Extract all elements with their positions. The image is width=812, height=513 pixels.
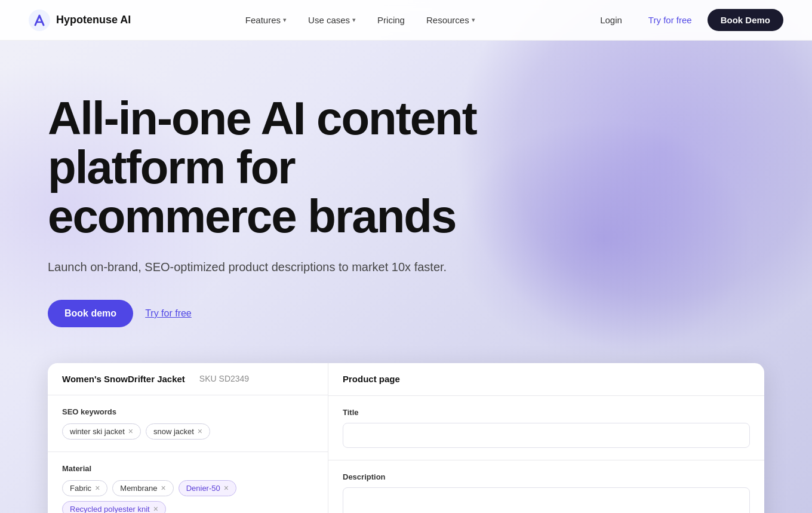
- remove-tag-icon[interactable]: ×: [153, 505, 158, 513]
- product-sku: SKU SD2349: [199, 374, 249, 383]
- material-section: Material Fabric × Membrane × Denier-50 ×: [48, 452, 328, 513]
- remove-tag-icon[interactable]: ×: [161, 484, 165, 492]
- product-header: Women's SnowDrifter Jacket SKU SD2349: [48, 363, 328, 395]
- chevron-down-icon: ▾: [472, 16, 475, 24]
- remove-tag-icon[interactable]: ×: [224, 484, 229, 492]
- try-free-hero-button[interactable]: Try for free: [145, 308, 192, 319]
- product-name: Women's SnowDrifter Jacket: [62, 374, 185, 384]
- tag-membrane: Membrane ×: [112, 480, 173, 496]
- product-ui-card: Women's SnowDrifter Jacket SKU SD2349 SE…: [48, 363, 764, 513]
- seo-keywords-label: SEO keywords: [62, 407, 313, 416]
- right-panel: Product page Title Description: [328, 363, 764, 513]
- material-tags: Fabric × Membrane × Denier-50 × Recycl: [62, 480, 313, 513]
- product-ui-wrapper: Women's SnowDrifter Jacket SKU SD2349 SE…: [48, 363, 764, 513]
- remove-tag-icon[interactable]: ×: [198, 427, 202, 435]
- title-label: Title: [343, 408, 750, 417]
- hero-subheading: Launch on-brand, SEO-optimized product d…: [48, 258, 490, 276]
- tag-winter-ski-jacket: winter ski jacket ×: [62, 423, 141, 440]
- hero-heading: All-in-one AI content platform for ecomm…: [48, 94, 490, 241]
- tag-denier-50: Denier-50 ×: [179, 480, 236, 496]
- login-button[interactable]: Login: [589, 10, 633, 30]
- chevron-down-icon: ▾: [352, 16, 356, 24]
- nav-pricing[interactable]: Pricing: [369, 10, 413, 30]
- hero-content: All-in-one AI content platform for ecomm…: [0, 41, 537, 327]
- right-panel-header: Product page: [328, 363, 764, 396]
- try-free-button[interactable]: Try for free: [638, 10, 703, 30]
- chevron-down-icon: ▾: [283, 16, 287, 24]
- navbar: Hypotenuse AI Features ▾ Use cases ▾ Pri…: [0, 0, 812, 41]
- product-page-label: Product page: [343, 374, 400, 384]
- nav-links: Features ▾ Use cases ▾ Pricing Resources…: [237, 10, 484, 30]
- description-label: Description: [343, 472, 750, 481]
- title-field-section: Title: [328, 396, 764, 460]
- svg-point-0: [29, 10, 50, 31]
- nav-use-cases[interactable]: Use cases ▾: [300, 10, 364, 30]
- book-demo-nav-button[interactable]: Book Demo: [708, 9, 783, 31]
- material-label: Material: [62, 464, 313, 473]
- logo-text: Hypotenuse AI: [56, 14, 131, 26]
- logo-icon: [29, 10, 50, 31]
- description-field-section: Description: [328, 460, 764, 513]
- seo-keywords-section: SEO keywords winter ski jacket × snow ja…: [48, 395, 328, 452]
- remove-tag-icon[interactable]: ×: [128, 427, 133, 435]
- nav-features[interactable]: Features ▾: [237, 10, 295, 30]
- logo-link[interactable]: Hypotenuse AI: [29, 10, 131, 31]
- remove-tag-icon[interactable]: ×: [95, 484, 100, 492]
- tag-snow-jacket: snow jacket ×: [146, 423, 210, 440]
- keywords-tags: winter ski jacket × snow jacket ×: [62, 423, 313, 440]
- description-input[interactable]: [343, 487, 750, 513]
- book-demo-hero-button[interactable]: Book demo: [48, 300, 133, 327]
- hero-cta: Book demo Try for free: [48, 300, 490, 327]
- tag-fabric: Fabric ×: [62, 480, 107, 496]
- hero-section: All-in-one AI content platform for ecomm…: [0, 0, 812, 513]
- nav-resources[interactable]: Resources ▾: [418, 10, 484, 30]
- left-panel: Women's SnowDrifter Jacket SKU SD2349 SE…: [48, 363, 328, 513]
- nav-actions: Login Try for free Book Demo: [589, 9, 783, 31]
- tag-recycled-polyester: Recycled polyester knit ×: [62, 501, 166, 513]
- title-input[interactable]: [343, 423, 750, 448]
